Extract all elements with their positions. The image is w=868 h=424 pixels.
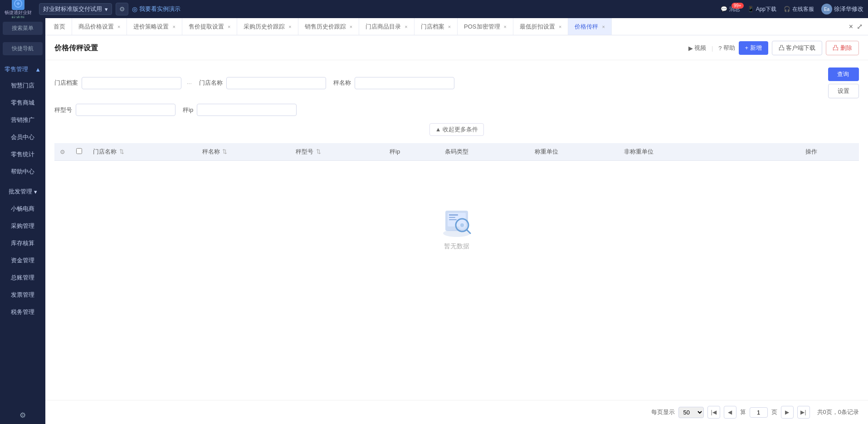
first-page-button[interactable]: |◀ [707,406,720,419]
tab-purchase-strategy[interactable]: 进价策略设置 × [127,18,182,35]
ellipsis-icon[interactable]: ··· [187,80,192,87]
sidebar-item-purchase[interactable]: 采购管理 [0,217,45,235]
close-icon[interactable]: × [602,24,605,29]
sidebar-item-wholesale[interactable]: 批发管理 ▾ [0,183,45,200]
close-icon[interactable]: × [228,24,230,29]
tab-price-settings-label: 商品价格设置 [78,23,114,31]
sidebar-settings-icon[interactable]: ⚙ [20,411,26,419]
notifications-button[interactable]: 💬 消息 99+ [721,5,740,13]
sidebar-item-tax[interactable]: 税务管理 [0,304,45,321]
close-icon[interactable]: × [288,24,291,29]
svg-rect-5 [449,217,455,218]
gear-icon[interactable]: ⚙ [60,149,65,155]
close-tab-button[interactable]: × [849,23,853,31]
app-download-button[interactable]: 📱 App下载 [747,5,776,13]
close-icon[interactable]: × [172,24,175,29]
sort-icon[interactable]: ⇅ [316,148,321,155]
tab-min-discount[interactable]: 最低折扣设置 × [513,18,568,35]
tab-home-label: 首页 [54,23,65,31]
help-link[interactable]: ? 帮助 [718,44,735,52]
sidebar-item-help-center[interactable]: 帮助中心 [0,163,45,180]
logo-icon [12,0,24,10]
page-word: 算 [740,408,746,416]
scale-name-input[interactable] [355,77,454,89]
settings-button[interactable]: 设置 [828,84,859,98]
tab-home[interactable]: 首页 [47,18,72,35]
user-info[interactable]: Ea 徐泽华修改 [821,4,863,14]
query-button[interactable]: 查询 [828,67,859,81]
per-page-select[interactable]: 50 10 20 100 [678,407,704,418]
sidebar-item-retail-mall[interactable]: 零售商城 [0,94,45,111]
page-header: 价格传秤设置 ▶ 视频 | ? 帮助 + 新增 凸 客户端下载 凸 删除 [45,35,868,60]
page-actions: ▶ 视频 | ? 帮助 + 新增 凸 客户端下载 凸 删除 [688,41,859,55]
bell-icon: 💬 [721,6,727,12]
tab-purchase-history[interactable]: 采购历史价跟踪 × [237,18,298,35]
table-header-operation: 操作 [800,143,859,161]
store-name-input[interactable] [226,77,326,89]
scale-ip-input[interactable] [197,104,297,116]
headset-icon: 🎧 [784,6,790,12]
last-page-button[interactable]: ▶| [797,406,810,419]
app-download-label: App下载 [756,5,776,13]
store-archive-input[interactable] [82,77,181,89]
delete-button[interactable]: 凸 删除 [826,41,859,55]
prev-page-button[interactable]: ◀ [724,406,736,419]
version-selector[interactable]: 好业财标准版交付试用 ▾ [39,3,112,15]
store-name-label: 门店名称 [199,79,223,87]
filter-collapse-row: ▲ 收起更多条件 [54,121,859,140]
sidebar-item-invoice[interactable]: 发票管理 [0,286,45,304]
next-page-button[interactable]: ▶ [781,406,794,419]
video-link[interactable]: ▶ 视频 [688,44,706,52]
collapse-filter-button[interactable]: ▲ 收起更多条件 [429,123,484,136]
demo-circle-icon: ◎ [132,5,137,13]
expand-tab-button[interactable]: ⤢ [857,22,863,31]
table-header-barcode-type: 条码类型 [439,143,529,161]
sidebar-item-marketing[interactable]: 营销推广 [0,111,45,129]
per-page-label: 每页显示 [651,408,675,416]
sidebar-item-general-ledger[interactable]: 总账管理 [0,269,45,286]
online-service-button[interactable]: 🎧 在线客服 [784,5,814,13]
close-icon[interactable]: × [448,24,451,29]
sidebar-item-members[interactable]: 会员中心 [0,129,45,146]
scale-model-col-label: 秤型号 [296,148,313,155]
table-container: ⚙ 门店名称 ⇅ 秤名称 ⇅ [45,143,868,287]
client-download-button[interactable]: 凸 客户端下载 [772,41,823,55]
tab-price-scale[interactable]: 价格传秤 × [568,18,611,35]
tab-store-profile[interactable]: 门店档案 × [414,18,458,35]
tab-pos-encrypt[interactable]: POS加密管理 × [458,18,513,35]
sidebar-item-finance[interactable]: 资金管理 [0,252,45,269]
add-button[interactable]: + 新增 [739,41,768,55]
sidebar-item-ecommerce[interactable]: 小畅电商 [0,200,45,217]
close-icon[interactable]: × [559,24,561,29]
sidebar-bottom: ⚙ [0,406,45,424]
topbar-settings-button[interactable]: ⚙ [116,3,128,15]
select-all-checkbox[interactable] [76,148,82,154]
user-initials: Ea [824,7,829,12]
question-icon: ? [718,45,722,52]
close-icon[interactable]: × [405,24,407,29]
sort-icon[interactable]: ⇅ [119,148,124,155]
tab-price-settings[interactable]: 商品价格设置 × [72,18,127,35]
close-icon[interactable]: × [350,24,352,29]
tab-sale-price[interactable]: 售价提取设置 × [182,18,237,35]
close-icon[interactable]: × [117,24,120,29]
sidebar-item-smart-store[interactable]: 智慧门店 [0,77,45,94]
table-empty-state: 暂无数据 [54,161,859,287]
sidebar-item-inventory[interactable]: 库存核算 [0,235,45,252]
demo-link[interactable]: ◎ 我要看实例演示 [132,5,180,13]
tab-min-discount-label: 最低折扣设置 [520,23,555,31]
main-layout: 搜索菜单 快捷导航 零售管理 ▲ 智慧门店 零售商城 营销推广 会员中心 零售统… [0,18,868,424]
scale-model-input[interactable] [76,104,176,116]
sort-icon[interactable]: ⇅ [222,148,227,155]
quick-nav-button[interactable]: 快捷导航 [3,42,43,55]
tab-sales-history[interactable]: 销售历史价跟踪 × [298,18,359,35]
page-number-input[interactable] [750,407,768,418]
close-icon[interactable]: × [504,24,507,29]
search-menu-button[interactable]: 搜索菜单 [3,22,43,35]
sidebar-item-retail-management[interactable]: 零售管理 ▲ [0,62,45,77]
sidebar-item-retail-stats[interactable]: 零售统计 [0,146,45,163]
tab-store-catalog[interactable]: 门店商品目录 × [359,18,414,35]
play-icon: ▶ [688,45,693,52]
filter-store-name: 门店名称 [199,77,326,89]
app-name: 畅捷通好业财 [5,10,32,15]
